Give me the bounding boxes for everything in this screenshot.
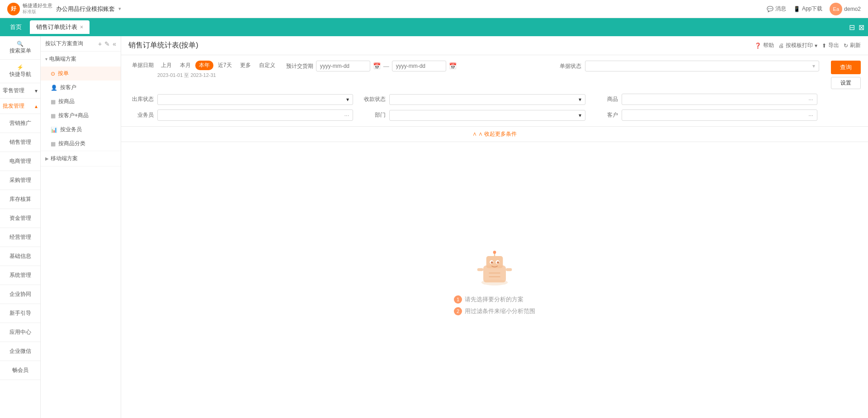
scheme-item-by-salesman[interactable]: 📊 按业务员 [41, 123, 121, 137]
empty-hint-1: 1 请先选择要分析的方案 [454, 295, 535, 304]
sidebar-item-inventory[interactable]: 库存核算 [0, 190, 40, 209]
collapse-label: ∧ 收起更多条件 [478, 131, 517, 137]
sidebar-item-finance[interactable]: 资金管理 [0, 209, 40, 228]
right-content: 销售订单统计表(按单) ❓ 帮助 🖨 按模板打印 ▾ ⬆ 导出 [121, 36, 868, 418]
sidebar-item-sales[interactable]: 销售管理 [0, 133, 40, 152]
quick-nav-label: 快捷导航 [4, 71, 37, 78]
scheme-item-by-order[interactable]: ⊙ 按单 [41, 66, 121, 81]
sidebar-item-basic[interactable]: 基础信息 [0, 247, 40, 266]
query-button[interactable]: 查询 [831, 61, 861, 74]
sidebar-item-operations[interactable]: 经营管理 [0, 228, 40, 247]
calendar-icon-start: 📅 [373, 62, 381, 70]
app-download-label: App下载 [802, 5, 822, 13]
shipping-status-label: 出库状态 [128, 95, 154, 103]
app-download-button[interactable]: 📱 App下载 [793, 5, 822, 13]
scheme-group-mobile-header[interactable]: ▶ 移动端方案 [41, 151, 121, 166]
page-actions: ❓ 帮助 🖨 按模板打印 ▾ ⬆ 导出 ↻ 刷新 [755, 42, 861, 49]
sidebar-item-enterprise[interactable]: 企业协同 [0, 285, 40, 304]
sidebar-item-marketing[interactable]: 营销推广 [0, 114, 40, 133]
scheme-group-pc-header[interactable]: ▾ 电脑端方案 [41, 52, 121, 66]
shipping-status-select[interactable]: ▾ [157, 94, 353, 105]
by-order-icon: ⊙ [51, 71, 55, 77]
dept-select[interactable]: ▾ [389, 110, 585, 121]
print-label: 按模板打印 [786, 42, 813, 49]
scheme-item-by-goods[interactable]: ▦ 按商品 [41, 95, 121, 109]
help-icon: ❓ [755, 43, 761, 49]
print-button[interactable]: 🖨 按模板打印 ▾ [778, 42, 817, 49]
customer-select[interactable]: ··· [622, 109, 817, 121]
tab-maximize-button[interactable]: ⊠ [859, 23, 864, 32]
by-order-label: 按单 [58, 70, 69, 77]
predicted-end-date-input[interactable] [392, 61, 446, 71]
sidebar-item-ecommerce[interactable]: 电商管理 [0, 152, 40, 171]
last7days-btn[interactable]: 近7天 [214, 61, 236, 70]
sidebar-item-retail[interactable]: 零售管理 ▾ [0, 83, 40, 99]
sidebar-search[interactable]: 🔍 搜索菜单 [0, 36, 40, 60]
quick-nav-icon: ⚡ [4, 64, 37, 71]
sidebar-item-purchase[interactable]: 采购管理 [0, 171, 40, 190]
custom-btn[interactable]: 自定义 [255, 61, 279, 70]
scheme-collapse-button[interactable]: « [113, 40, 116, 48]
this-month-btn[interactable]: 本月 [176, 61, 194, 70]
message-button[interactable]: 💬 消息 [767, 5, 786, 13]
this-year-btn[interactable]: 本年 [195, 61, 213, 70]
refresh-button[interactable]: ↻ 刷新 [844, 42, 861, 49]
more-btn[interactable]: 更多 [236, 61, 255, 70]
empty-hint-2: 2 用过滤条件来缩小分析范围 [454, 307, 535, 315]
content-area: 按以下方案查询 + ✎ « ▾ 电脑端方案 ⊙ 按单 👤 [41, 36, 868, 418]
wholesale-arrow: ▴ [35, 103, 38, 109]
export-icon: ⬆ [822, 43, 826, 49]
sidebar-item-member[interactable]: 畅会员 [0, 361, 40, 380]
apps-label: 应用中心 [9, 328, 31, 336]
payment-status-select[interactable]: ▾ [389, 94, 585, 105]
sidebar-item-wholesale[interactable]: 批发管理 ▴ [0, 99, 40, 114]
sidebar-item-apps[interactable]: 应用中心 [0, 323, 40, 342]
date-shortcuts: 上月 本月 本年 近7天 更多 自定义 [157, 61, 279, 70]
main-layout: 🔍 搜索菜单 ⚡ 快捷导航 零售管理 ▾ 批发管理 ▴ 营销推广 销售管理 电商… [0, 36, 868, 418]
scheme-add-button[interactable]: + [98, 40, 102, 48]
goods-select[interactable]: ··· [622, 94, 817, 105]
basic-label: 基础信息 [9, 252, 31, 260]
sidebar-item-system[interactable]: 系统管理 [0, 266, 40, 285]
export-button[interactable]: ⬆ 导出 [822, 42, 839, 49]
by-salesman-label: 按业务员 [60, 126, 82, 133]
status-select-arrow-icon: ▾ [812, 63, 815, 69]
goods-dots-icon: ··· [808, 96, 813, 103]
predicted-start-date-input[interactable] [316, 61, 370, 71]
by-category-icon: ▦ [51, 141, 56, 147]
message-label: 消息 [775, 5, 786, 13]
empty-state: 1 请先选择要分析的方案 2 用过滤条件来缩小分析范围 [121, 142, 868, 418]
query-area: 查询 设置 [831, 61, 861, 89]
sidebar-item-wechat[interactable]: 企业微信 [0, 342, 40, 361]
status-select[interactable]: ▾ [585, 61, 819, 71]
tab-home[interactable]: 首页 [4, 20, 28, 34]
sidebar-item-guide[interactable]: 新手引导 [0, 304, 40, 323]
hint-num-2: 2 [454, 307, 462, 315]
scheme-item-by-customer[interactable]: 👤 按客户 [41, 81, 121, 95]
export-label: 导出 [828, 42, 839, 49]
help-button[interactable]: ❓ 帮助 [755, 42, 774, 49]
user-area[interactable]: Ea demo2 [830, 3, 861, 15]
salesman-select[interactable]: ··· [157, 109, 353, 121]
scheme-panel-title: 按以下方案查询 [45, 40, 95, 48]
active-tab-label: 销售订单统计表 [36, 23, 77, 31]
scheme-item-by-category[interactable]: ▦ 按商品分类 [41, 137, 121, 151]
member-label: 畅会员 [12, 366, 28, 374]
page-title: 销售订单统计表(按单) [128, 41, 198, 50]
scheme-edit-button[interactable]: ✎ [104, 40, 110, 48]
predicted-date-label: 预计交货期 [286, 62, 313, 70]
tab-close-button[interactable]: × [80, 24, 83, 30]
pc-group-arrow-icon: ▾ [45, 57, 47, 62]
tab-active[interactable]: 销售订单统计表 × [30, 20, 90, 34]
setting-button[interactable]: 设置 [831, 77, 861, 89]
sidebar-item-quick-nav[interactable]: ⚡ 快捷导航 [0, 60, 40, 83]
refresh-icon: ↻ [844, 43, 848, 49]
logo-icon: 好 [7, 3, 20, 15]
collapse-bar[interactable]: ∧ ∧ 收起更多条件 [121, 127, 868, 142]
last-month-btn[interactable]: 上月 [157, 61, 175, 70]
scheme-item-by-customer-goods[interactable]: ▦ 按客户+商品 [41, 109, 121, 123]
by-customer-icon: 👤 [51, 85, 57, 91]
search-label: 搜索菜单 [4, 47, 37, 55]
tab-minimize-button[interactable]: ⊟ [849, 23, 855, 32]
app-dropdown-arrow[interactable]: ▾ [118, 6, 121, 12]
